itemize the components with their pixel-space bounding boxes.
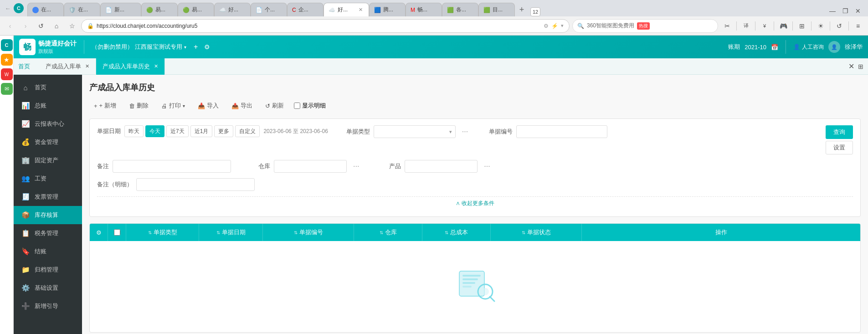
app-icon-weibo[interactable]: W (1, 68, 13, 80)
nav-item-assets[interactable]: 🏢 固定资产 (14, 151, 82, 170)
user-avatar[interactable]: 👤 (828, 41, 840, 53)
tab-item[interactable]: 🟩 目... (478, 3, 515, 16)
th-type[interactable]: ⇅ 单据类型 (126, 224, 199, 241)
nav-item-home[interactable]: ⌂ 首页 (14, 78, 82, 97)
import-button[interactable]: 📥 导入 (193, 99, 223, 112)
yuan-icon[interactable]: ¥ (758, 20, 771, 32)
nav-item-tax[interactable]: 📋 税务管理 (14, 224, 82, 242)
nav-item-report[interactable]: 📈 云报表中心 (14, 115, 82, 133)
breadcrumb-home[interactable]: 首页 (18, 62, 30, 71)
tab-item[interactable]: M 畅... (406, 3, 442, 16)
game-icon[interactable]: 🎮 (777, 20, 790, 32)
remark-filter-input[interactable] (113, 160, 231, 173)
th-status[interactable]: ⇅ 单据状态 (491, 224, 582, 241)
nav-tab-list-close[interactable]: ✕ (85, 63, 89, 69)
select-all-checkbox[interactable] (114, 229, 120, 236)
settings-icon[interactable]: ⚙ (544, 23, 549, 29)
warehouse-more-icon[interactable]: ··· (350, 162, 362, 170)
address-input[interactable]: 🔒 https://cloud.chanjet.com/accounting/u… (81, 19, 570, 33)
address-dropdown-icon[interactable]: ▾ (561, 23, 564, 29)
date-btn-more[interactable]: 更多 (214, 125, 233, 137)
expand-button[interactable]: ⊞ (858, 63, 863, 70)
app-icon-chanjet[interactable]: C (1, 39, 13, 51)
back-button[interactable]: ← (4, 4, 12, 12)
date-btn-today[interactable]: 今天 (145, 125, 164, 137)
restore-button[interactable]: ❐ (840, 5, 851, 16)
tab-item[interactable]: 🟩 各... (442, 3, 478, 16)
th-date[interactable]: ⇅ 单据日期 (199, 224, 263, 241)
bookmark-button[interactable]: ☆ (66, 20, 78, 32)
nav-item-guide[interactable]: ➕ 新增引导 (14, 297, 82, 315)
nav-item-payroll[interactable]: 👥 工资 (14, 170, 82, 188)
forward-nav-button[interactable]: › (19, 20, 32, 32)
remark-detail-filter-input[interactable] (136, 178, 255, 191)
company-selector[interactable]: （勿删勿禁用） 江西服宝测试专用 ▾ (92, 43, 186, 51)
nav-tab-history[interactable]: 产成品入库单历史 ✕ (96, 58, 165, 75)
menu-icon[interactable]: ≡ (852, 20, 864, 32)
date-btn-yesterday[interactable]: 昨天 (124, 125, 144, 137)
number-filter-input[interactable] (516, 125, 607, 138)
tab-item-active[interactable]: ☁️ 好... ✕ (324, 3, 369, 16)
translate-icon[interactable]: 译 (740, 20, 752, 32)
nav-item-fund[interactable]: 💰 资金管理 (14, 133, 82, 151)
back-nav-button[interactable]: ‹ (4, 20, 16, 32)
settings-query-button[interactable]: 设置 (826, 141, 853, 154)
search-bar[interactable]: 🔍 360智能抠图免费用 热搜 (572, 19, 718, 33)
type-select[interactable] (374, 125, 456, 138)
minimize-button[interactable]: — (827, 5, 838, 16)
app-icon-circle[interactable]: C (14, 3, 24, 13)
add-company-button[interactable]: + (194, 43, 198, 51)
close-window-button[interactable]: ✕ (853, 5, 863, 16)
nav-item-ledger[interactable]: 📊 总账 (14, 97, 82, 115)
print-button[interactable]: 🖨 打印 ▾ (157, 99, 190, 112)
nav-item-settings[interactable]: ⚙️ 基础设置 (14, 279, 82, 297)
period-calendar-icon[interactable]: 📅 (771, 44, 778, 51)
new-button[interactable]: + + 新增 (89, 99, 121, 112)
th-number[interactable]: ⇅ 单据编号 (263, 224, 354, 241)
settings-button[interactable]: ⚙ (204, 43, 210, 51)
nav-tab-list[interactable]: 产成品入库单 ✕ (39, 58, 96, 75)
tab-close-icon[interactable]: ✕ (357, 6, 364, 14)
nav-item-archive[interactable]: 📁 归档管理 (14, 261, 82, 279)
app-icon-star[interactable]: ★ (1, 54, 13, 66)
tab-item[interactable]: 🟢 易... (178, 3, 214, 16)
tab-item[interactable]: 📄 新... (100, 3, 141, 16)
th-cost[interactable]: ⇅ 总成本 (422, 224, 491, 241)
delete-button[interactable]: 🗑 删除 (124, 99, 153, 112)
app-icon-mail[interactable]: ✉ (1, 83, 13, 95)
home-nav-button[interactable]: ⌂ (50, 20, 63, 32)
tab-item[interactable]: 🟢 易... (141, 3, 178, 16)
tab-item[interactable]: 🛡️ 在... (64, 3, 100, 16)
tab-item[interactable]: 📄 个... (251, 3, 287, 16)
tab-item[interactable]: 在... (27, 3, 64, 16)
lightning-icon[interactable]: ⚡ (551, 23, 558, 29)
nav-item-inventory[interactable]: 📦 库存核算 (14, 206, 82, 224)
theme-icon[interactable]: ☀ (814, 20, 827, 32)
warehouse-filter-input[interactable] (274, 160, 347, 173)
refresh2-icon[interactable]: ↺ (833, 20, 846, 32)
tab-item[interactable]: ☁️ 好... (214, 3, 251, 16)
nav-tab-history-close[interactable]: ✕ (154, 63, 158, 69)
product-filter-input[interactable] (405, 160, 478, 173)
close-panel-button[interactable]: ✕ (848, 62, 854, 71)
grid-icon[interactable]: ⊞ (796, 20, 808, 32)
scissors-icon[interactable]: ✂ (721, 20, 734, 32)
export-button[interactable]: 📤 导出 (227, 99, 257, 112)
th-checkbox[interactable] (108, 224, 126, 241)
consultation-button[interactable]: 👤 人工咨询 (793, 43, 824, 51)
date-btn-7days[interactable]: 近7天 (166, 125, 189, 137)
show-details-checkbox[interactable] (294, 103, 300, 109)
tab-item[interactable]: 🟦 腾... (369, 3, 406, 16)
query-button[interactable]: 查询 (826, 125, 853, 139)
refresh-nav-button[interactable]: ↺ (35, 20, 47, 32)
tab-item[interactable]: C 企... (287, 3, 324, 16)
date-btn-custom[interactable]: 自定义 (235, 125, 260, 137)
date-btn-1month[interactable]: 近1月 (190, 125, 213, 137)
th-settings[interactable]: ⚙ (90, 224, 108, 241)
nav-item-checkout[interactable]: 🔖 结账 (14, 242, 82, 261)
nav-item-invoice[interactable]: 🧾 发票管理 (14, 188, 82, 206)
product-more-icon[interactable]: ··· (481, 162, 493, 170)
new-tab-button[interactable]: + (515, 3, 529, 16)
type-more-icon[interactable]: ··· (459, 128, 471, 136)
refresh-button[interactable]: ↺ 刷新 (261, 99, 288, 112)
